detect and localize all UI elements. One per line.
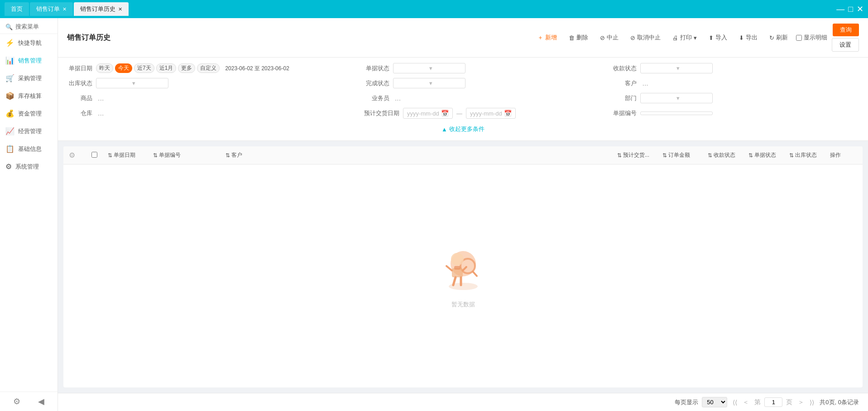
warehouse-control: ... xyxy=(96,109,364,117)
col-out-label: 出库状态 xyxy=(795,151,817,159)
date-btn-more[interactable]: 更多 xyxy=(178,63,195,73)
date-btn-yesterday[interactable]: 昨天 xyxy=(96,63,113,73)
warehouse-label: 仓库 xyxy=(67,109,92,117)
collapse-filter-btn[interactable]: ▲ 收起更多条件 xyxy=(67,123,859,135)
col-header-customer[interactable]: ⇅ 客户 xyxy=(225,151,617,159)
select-all-checkbox[interactable] xyxy=(91,152,97,158)
payment-status-select[interactable]: ▾ xyxy=(640,63,713,73)
delivery-date-to[interactable]: yyyy-mm-dd 📅 xyxy=(466,108,516,119)
show-detail-checkbox[interactable] xyxy=(796,35,802,41)
setting-button[interactable]: 设置 xyxy=(832,38,859,52)
order-no-input[interactable] xyxy=(640,111,713,115)
col-header-delivery[interactable]: ⇅ 预计交货... xyxy=(617,151,662,159)
delivery-date-from-text: yyyy-mm-dd xyxy=(407,110,439,117)
next-page-icon[interactable]: ＞ xyxy=(796,397,806,407)
sidebar-item-sales-mgmt[interactable]: 📊 销售管理 xyxy=(0,52,58,69)
date-btn-today[interactable]: 今天 xyxy=(115,63,132,73)
refresh-button[interactable]: ↻ 刷新 xyxy=(766,32,791,44)
tab-sales-order[interactable]: 销售订单 ✕ xyxy=(30,2,73,16)
payment-status-control: ▾ xyxy=(640,63,859,73)
query-button[interactable]: 查询 xyxy=(833,24,859,36)
tab-home[interactable]: + 新增 首页 xyxy=(5,2,29,16)
sidebar-item-purchase-mgmt[interactable]: 🛒 采购管理 xyxy=(0,69,58,87)
cancel-stop-button[interactable]: ⊘ 取消中止 xyxy=(627,32,664,44)
last-page-icon[interactable]: ⟩⟩ xyxy=(808,398,816,407)
sidebar-item-quick-nav[interactable]: ⚡ 快捷导航 xyxy=(0,34,58,52)
prev-page-icon[interactable]: ＜ xyxy=(741,397,751,407)
stop-button[interactable]: ⊘ 中止 xyxy=(596,32,622,44)
delivery-status-select[interactable]: ▾ xyxy=(96,78,168,88)
date-filter-btns: 昨天 今天 近7天 近1月 更多 自定义 xyxy=(96,63,220,73)
dept-select[interactable]: ▾ xyxy=(640,93,713,103)
table-settings-icon[interactable]: ⚙ xyxy=(69,151,87,160)
first-page-icon[interactable]: ⟨⟨ xyxy=(731,398,739,407)
col-header-date[interactable]: ⇅ 单据日期 xyxy=(108,151,153,159)
maximize-icon[interactable]: □ xyxy=(848,5,853,14)
svg-rect-5 xyxy=(454,266,460,270)
date-separator: — xyxy=(456,110,462,117)
col-header-no[interactable]: ⇅ 单据编号 xyxy=(153,151,225,159)
sidebar-item-funds-mgmt[interactable]: 💰 资金管理 xyxy=(0,105,58,122)
sidebar-item-inventory[interactable]: 📦 库存核算 xyxy=(0,87,58,105)
completion-status-control: ▾ xyxy=(393,78,612,88)
date-btn-last1m[interactable]: 近1月 xyxy=(156,63,177,73)
col-header-out-status[interactable]: ⇅ 出库状态 xyxy=(789,151,830,159)
tab-sales-order-history-close[interactable]: ✕ xyxy=(118,6,122,12)
filter-row-3: 商品 ... 业务员 ... 部门 ▾ xyxy=(67,93,859,103)
sidebar-collapse-icon[interactable]: ◀ xyxy=(38,396,44,406)
delivery-date-from[interactable]: yyyy-mm-dd 📅 xyxy=(403,108,453,119)
new-button[interactable]: ＋ 新增 xyxy=(534,32,561,44)
payment-status-arrow: ▾ xyxy=(676,65,709,72)
col-no-label: 单据编号 xyxy=(159,151,181,159)
show-detail-checkbox-label[interactable]: 显示明细 xyxy=(796,34,827,42)
page-size-select[interactable]: 10 20 50 100 xyxy=(702,397,727,407)
page-input[interactable] xyxy=(764,397,782,407)
export-button[interactable]: ⬇ 导出 xyxy=(735,32,761,44)
salesperson-input[interactable]: ... xyxy=(393,94,403,102)
cancel-stop-icon: ⊘ xyxy=(630,34,635,41)
order-status-select[interactable]: ▾ xyxy=(393,63,465,73)
svg-line-3 xyxy=(473,271,477,276)
col-header-pay[interactable]: ⇅ 收款状态 xyxy=(708,151,748,159)
stop-icon: ⊘ xyxy=(600,34,605,41)
print-button[interactable]: 🖨 打印 ▾ xyxy=(669,32,700,44)
sidebar-item-ops-mgmt-label: 经营管理 xyxy=(18,127,42,135)
col-amount-label: 订单金额 xyxy=(668,151,690,159)
col-header-amount[interactable]: ⇅ 订单金额 xyxy=(662,151,708,159)
sidebar-item-basic-info[interactable]: 📋 基础信息 xyxy=(0,140,58,158)
sidebar-item-ops-mgmt[interactable]: 📈 经营管理 xyxy=(0,122,58,140)
customer-input[interactable]: ... xyxy=(640,79,650,87)
sort-icon-amount: ⇅ xyxy=(662,152,667,159)
import-icon: ⬆ xyxy=(709,34,714,41)
sidebar: 🔍 搜索菜单 ⚡ 快捷导航 📊 销售管理 🛒 采购管理 📦 库存核算 💰 资金管… xyxy=(0,18,58,411)
col-header-order-status[interactable]: ⇅ 单据状态 xyxy=(748,151,789,159)
sort-icon-order: ⇅ xyxy=(748,152,753,159)
sidebar-item-sys-mgmt[interactable]: ⚙ 系统管理 xyxy=(0,158,58,175)
warehouse-input[interactable]: ... xyxy=(96,109,106,117)
completion-status-select[interactable]: ▾ xyxy=(393,78,465,88)
delete-button[interactable]: 🗑 删除 xyxy=(565,32,592,44)
empty-illustration xyxy=(438,243,488,293)
order-no-label: 单据编号 xyxy=(611,109,637,117)
window-close-icon[interactable]: ✕ xyxy=(857,4,863,14)
product-input[interactable]: ... xyxy=(96,94,106,102)
tab-sales-order-close[interactable]: ✕ xyxy=(62,6,67,12)
sidebar-search-label: 搜索菜单 xyxy=(15,23,39,31)
salesperson-control: ... xyxy=(393,94,612,102)
customer-control: ... xyxy=(640,79,859,87)
tab-sales-order-history-label: 销售订单历史 xyxy=(80,5,115,13)
tab-sales-order-history[interactable]: 销售订单历史 ✕ xyxy=(74,2,129,16)
col-order-label: 单据状态 xyxy=(754,151,776,159)
date-btn-last7[interactable]: 近7天 xyxy=(134,63,154,73)
sort-icon-customer: ⇅ xyxy=(225,152,230,159)
top-bar: + 新增 首页 销售订单 ✕ 销售订单历史 ✕ — □ ✕ xyxy=(0,0,868,18)
date-btn-custom[interactable]: 自定义 xyxy=(197,63,220,73)
sidebar-settings-icon[interactable]: ⚙ xyxy=(13,396,20,406)
sidebar-search[interactable]: 🔍 搜索菜单 xyxy=(0,18,58,34)
import-button[interactable]: ⬆ 导入 xyxy=(705,32,731,44)
col-date-label: 单据日期 xyxy=(114,151,135,159)
filter-completion-status: 完成状态 ▾ xyxy=(364,78,612,88)
delivery-date-label: 预计交货日期 xyxy=(364,109,399,117)
ops-mgmt-icon: 📈 xyxy=(5,127,14,135)
minimize-icon[interactable]: — xyxy=(836,5,844,14)
